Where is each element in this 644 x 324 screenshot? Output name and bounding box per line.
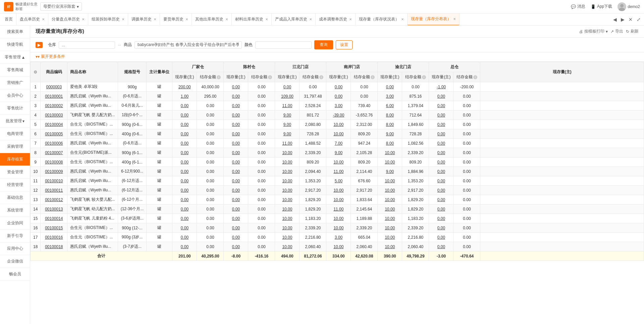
sidebar-item-finance[interactable]: 资金管理 xyxy=(0,166,30,179)
cell-chenlu-stock[interactable]: 0.00 xyxy=(224,148,248,157)
cell-yubei-stock[interactable]: 6.00 xyxy=(378,101,402,110)
cell-total-stock[interactable]: 0.00 xyxy=(429,167,453,176)
cell-yubei-stock[interactable]: 10.00 xyxy=(378,176,402,186)
sidebar-item-new-guide[interactable]: 新手引导 xyxy=(0,230,30,242)
cell-nanan-stock[interactable]: 5.00 xyxy=(326,176,351,186)
cell-jiangbei-stock[interactable]: 10.00 xyxy=(275,242,300,251)
tab-fullscreen-btn[interactable]: ⤢ xyxy=(635,13,643,26)
tab-close-icon[interactable]: ✕ xyxy=(265,17,268,21)
cell-factory-stock[interactable]: 0.00 xyxy=(172,214,197,223)
cell-factory-stock[interactable]: 0.00 xyxy=(172,110,197,120)
cell-chenlu-stock[interactable]: 0.00 xyxy=(224,204,248,214)
tab-close-icon[interactable]: ✕ xyxy=(225,17,228,21)
cell-factory-stock[interactable]: 0.00 xyxy=(172,129,197,139)
setting-button[interactable]: 设置 xyxy=(336,40,353,49)
cell-yubei-stock[interactable]: 8.00 xyxy=(378,139,402,148)
refresh-btn[interactable]: ↻ 刷新 xyxy=(626,29,639,34)
cell-nanan-stock[interactable]: 10.00 xyxy=(326,120,351,129)
cell-total-stock[interactable]: 0.00 xyxy=(429,233,453,242)
cell-chenlu-stock[interactable]: 0.00 xyxy=(224,157,248,167)
cell-total-stock[interactable]: 0.00 xyxy=(429,92,453,101)
message-btn[interactable]: 💬 消息 xyxy=(571,4,585,9)
cell-nanan-stock[interactable]: -39.00 xyxy=(326,110,351,120)
sidebar-item-base-info[interactable]: 基础信息 xyxy=(0,191,30,204)
cell-jiangbei-stock[interactable]: 9.00 xyxy=(275,120,300,129)
cell-yubei-stock[interactable]: 10.00 xyxy=(378,242,402,251)
cell-nanan-stock[interactable]: 0.00 xyxy=(326,82,351,92)
cell-total-stock[interactable]: 0.00 xyxy=(429,186,453,195)
cell-chenlu-stock[interactable]: 0.00 xyxy=(224,129,248,139)
cell-yubei-stock[interactable]: 9.00 xyxy=(378,167,402,176)
cell-chenlu-stock[interactable]: 0.00 xyxy=(224,101,248,110)
tab-assembly[interactable]: 组装拆卸单历史 ✕ xyxy=(88,13,128,26)
cell-factory-stock[interactable]: 1.00 xyxy=(172,92,197,101)
cell-total-stock[interactable]: 0.00 xyxy=(429,139,453,148)
sidebar-item-system[interactable]: 系统管理 xyxy=(0,204,30,217)
cell-jiangbei-stock[interactable]: 9.00 xyxy=(275,110,300,120)
sidebar-item-retail-mgmt[interactable]: 零售管理 ▲ xyxy=(0,51,30,64)
cell-nanan-stock[interactable]: 3.00 xyxy=(326,233,351,242)
tab-inventory-single[interactable]: 盘点单历史 ✕ xyxy=(16,13,48,26)
tab-close-icon[interactable]: ✕ xyxy=(154,17,156,21)
cell-factory-stock[interactable]: 0.00 xyxy=(172,233,197,242)
cell-chenlu-stock[interactable]: 0.00 xyxy=(224,186,248,195)
cell-jiangbei-stock[interactable]: 0.00 xyxy=(275,82,300,92)
cell-total-stock[interactable]: 0.00 xyxy=(429,214,453,223)
sidebar-item-member[interactable]: 会员中心 xyxy=(0,89,30,102)
cell-nanan-stock[interactable]: 11.00 xyxy=(326,204,351,214)
cell-factory-stock[interactable]: 0.00 xyxy=(172,139,197,148)
cell-factory-stock[interactable]: 0.00 xyxy=(172,101,197,110)
cell-factory-stock[interactable]: 0.00 xyxy=(172,176,197,186)
tab-other-out[interactable]: 其他出库单历史 ✕ xyxy=(192,13,232,26)
sidebar-item-purchase[interactable]: 采购管理 xyxy=(0,140,30,153)
cell-total-stock[interactable]: 0.00 xyxy=(429,242,453,251)
cell-chenlu-stock[interactable]: 0.00 xyxy=(224,110,248,120)
tab-close-icon[interactable]: ✕ xyxy=(42,17,45,21)
sidebar-item-app-center[interactable]: 应用中心 xyxy=(0,242,30,255)
query-button[interactable]: 查询 xyxy=(314,40,333,49)
tab-close-icon[interactable]: ✕ xyxy=(349,17,352,21)
sidebar-item-retail-shop[interactable]: 零售商城 xyxy=(0,64,30,77)
cell-factory-stock[interactable]: 0.00 xyxy=(172,204,197,214)
cell-chenlu-stock[interactable]: 0.00 xyxy=(224,120,248,129)
cell-yubei-stock[interactable]: 10.00 xyxy=(378,157,402,167)
cell-chenlu-stock[interactable]: 0.00 xyxy=(224,176,248,186)
tab-close-icon[interactable]: ✕ xyxy=(453,17,456,21)
cell-chenlu-stock[interactable]: 0.00 xyxy=(224,82,248,92)
tab-close-icon[interactable]: ✕ xyxy=(401,17,404,21)
cell-yubei-stock[interactable]: 10.00 xyxy=(378,223,402,233)
cell-jiangbei-stock[interactable]: 10.00 xyxy=(275,148,300,157)
sidebar-item-inventory[interactable]: 库存核算 xyxy=(0,153,30,166)
tab-requisition[interactable]: 要货单历史 ✕ xyxy=(160,13,192,26)
cell-jiangbei-stock[interactable]: 10.00 xyxy=(275,176,300,186)
cell-factory-stock[interactable]: 0.00 xyxy=(172,120,197,129)
cell-total-stock[interactable]: 0.00 xyxy=(429,204,453,214)
cell-jiangbei-stock[interactable]: 11.00 xyxy=(275,101,300,110)
cell-total-stock[interactable]: 0.00 xyxy=(429,195,453,204)
cell-total-stock[interactable]: 0.00 xyxy=(429,176,453,186)
cell-yubei-stock[interactable]: 3.00 xyxy=(378,92,402,101)
cell-factory-stock[interactable]: 0.00 xyxy=(172,223,197,233)
cell-nanan-stock[interactable]: 3.00 xyxy=(326,101,351,110)
cell-nanan-stock[interactable]: 10.00 xyxy=(326,186,351,195)
cell-factory-stock[interactable]: 0.00 xyxy=(172,195,197,204)
cell-nanan-stock[interactable]: 9.00 xyxy=(326,148,351,157)
cell-nanan-stock[interactable]: 0.00 xyxy=(326,92,351,101)
cell-nanan-stock[interactable]: 11.00 xyxy=(326,167,351,176)
cell-factory-stock[interactable]: 0.00 xyxy=(172,242,197,251)
cell-nanan-stock[interactable]: 10.00 xyxy=(326,214,351,223)
cell-jiangbei-stock[interactable]: 9.00 xyxy=(275,129,300,139)
cell-jiangbei-stock[interactable]: 10.00 xyxy=(275,214,300,223)
cell-yubei-stock[interactable]: 9.00 xyxy=(378,129,402,139)
cell-total-stock[interactable]: 0.00 xyxy=(429,223,453,233)
cell-chenlu-stock[interactable]: 0.00 xyxy=(224,233,248,242)
cell-total-stock[interactable]: 0.00 xyxy=(429,129,453,139)
cell-chenlu-stock[interactable]: 0.00 xyxy=(224,92,248,101)
app-download-btn[interactable]: 📱 App下载 xyxy=(591,4,612,9)
tab-close-icon[interactable]: ✕ xyxy=(122,17,124,21)
cell-yubei-stock[interactable]: 10.00 xyxy=(378,214,402,223)
tab-product-in[interactable]: 产成品入库单历史 ✕ xyxy=(272,13,316,26)
cell-yubei-stock[interactable]: 10.00 xyxy=(378,204,402,214)
sidebar-item-quick-nav[interactable]: 快捷导航 xyxy=(0,38,30,51)
sidebar-item-wholesale[interactable]: 批发管理 ▾ xyxy=(0,115,30,128)
